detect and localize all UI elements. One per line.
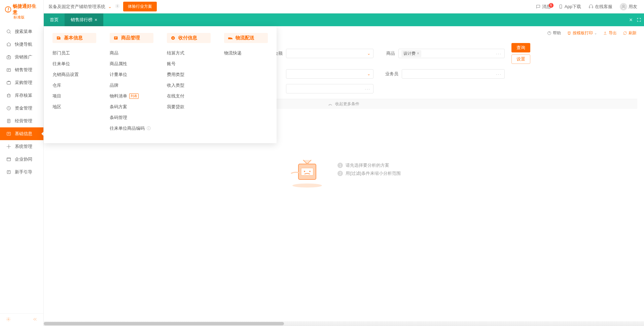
export-button[interactable]: 导出: [603, 30, 617, 36]
topbar-gear-icon[interactable]: [115, 4, 120, 9]
svg-point-14: [117, 5, 118, 7]
svg-rect-5: [7, 82, 11, 84]
sidebar-item-9[interactable]: 系统管理: [0, 140, 43, 153]
svg-point-26: [309, 171, 311, 172]
flyout-item-label: 计量单位: [110, 72, 127, 78]
flyout-item[interactable]: 往来单位商品编码ⓘ: [110, 123, 153, 134]
scrollbar-thumb[interactable]: [44, 322, 284, 325]
more-icon[interactable]: ···: [365, 86, 370, 91]
flyout-item[interactable]: 我要贷款: [167, 101, 211, 112]
help-hint-icon[interactable]: ⓘ: [147, 126, 151, 131]
svg-rect-27: [58, 37, 59, 38]
flyout-item[interactable]: 收入类型: [167, 80, 211, 91]
sidebar-item-0[interactable]: 搜索菜单: [0, 25, 43, 38]
flyout-item[interactable]: 物料清单列表: [110, 91, 153, 101]
svg-rect-17: [589, 7, 590, 8]
sidebar-settings-icon[interactable]: [6, 317, 11, 323]
sidebar-item-3[interactable]: 销售管理: [0, 64, 43, 76]
flyout-item[interactable]: 商品属性: [110, 58, 153, 69]
sidebar-item-icon: [6, 80, 11, 85]
flyout-column-header: 基本信息: [52, 33, 96, 43]
flyout-item[interactable]: 往来单位: [52, 58, 96, 69]
sidebar: 畅捷通好生意 标准版 搜索菜单快捷导航营销推广销售管理采购管理库存核算资金管理经…: [0, 0, 44, 326]
flyout-item[interactable]: 允销商品设置: [52, 69, 96, 80]
flyout-item-label: 物流快递: [224, 50, 242, 56]
svg-rect-9: [7, 132, 11, 135]
flyout-item[interactable]: 物流快递: [224, 48, 268, 58]
flyout-item[interactable]: 费用类型: [167, 69, 211, 80]
filter-salesperson-input[interactable]: ···: [402, 69, 505, 79]
sidebar-item-label: 系统管理: [15, 144, 32, 150]
filter-blank-select[interactable]: ⌄: [286, 69, 373, 79]
flyout-item[interactable]: 计量单位: [110, 69, 153, 80]
system-name: 装备及固定资产辅助管理系统: [48, 4, 105, 10]
flyout-item[interactable]: 仓库: [52, 80, 96, 91]
tabs-close-all-icon[interactable]: [629, 17, 633, 22]
flyout-column-header: ¥收付信息: [167, 33, 211, 43]
horizontal-scrollbar[interactable]: [44, 321, 644, 326]
basic-info-flyout: 基本信息部门员工往来单位允销商品设置仓库项目地区商品管理商品商品属性计量单位品牌…: [44, 26, 277, 143]
system-selector[interactable]: 装备及固定资产辅助管理系统 ⌄: [48, 4, 112, 10]
flyout-item-label: 项目: [52, 93, 61, 99]
print-button[interactable]: 按模板打印 ⌄: [567, 30, 597, 36]
sidebar-item-label: 库存核算: [15, 92, 32, 98]
topbar-user[interactable]: 用友: [618, 3, 639, 10]
topbar-service[interactable]: 在线客服: [586, 4, 614, 10]
filter-product-input[interactable]: 设计费 × ···: [398, 49, 505, 58]
filter-settings-button[interactable]: 设置: [511, 54, 530, 64]
sidebar-item-11[interactable]: 新手引导: [0, 166, 43, 178]
query-button[interactable]: 查询: [511, 43, 530, 52]
sidebar-item-1[interactable]: 快捷导航: [0, 38, 43, 51]
svg-point-1: [8, 11, 9, 12]
svg-point-25: [304, 171, 305, 172]
sidebar-collapse-icon[interactable]: [33, 317, 37, 323]
filter-blank-input[interactable]: ···: [286, 84, 373, 93]
svg-rect-12: [7, 170, 10, 173]
tabs-fullscreen-icon[interactable]: [637, 17, 641, 22]
sidebar-item-10[interactable]: 企业协同: [0, 153, 43, 166]
flyout-item[interactable]: 地区: [52, 101, 96, 112]
empty-illustration-icon: [287, 149, 327, 190]
flyout-item-label: 条码方案: [110, 104, 127, 110]
tab-home-label: 首页: [50, 17, 59, 23]
sidebar-item-5[interactable]: 库存核算: [0, 89, 43, 102]
flyout-item[interactable]: 账号: [167, 58, 211, 69]
sidebar-item-6[interactable]: 资金管理: [0, 102, 43, 115]
more-icon[interactable]: ···: [496, 72, 502, 77]
svg-rect-31: [115, 38, 116, 38]
message-icon: [536, 4, 541, 9]
flyout-item[interactable]: 商品: [110, 48, 153, 58]
flyout-badge: 列表: [129, 93, 139, 99]
tag-remove-icon[interactable]: ×: [417, 51, 419, 56]
sidebar-item-8[interactable]: 基础信息: [0, 127, 43, 140]
help-button[interactable]: 帮助: [547, 30, 561, 36]
flyout-item[interactable]: 部门员工: [52, 48, 96, 58]
flyout-item[interactable]: 条码方案: [110, 101, 153, 112]
flyout-item[interactable]: 条码管理: [110, 112, 153, 123]
avatar-icon: [620, 3, 627, 10]
sidebar-item-4[interactable]: 采购管理: [0, 76, 43, 89]
filter-amount-select[interactable]: ⌄: [286, 49, 373, 58]
print-icon: [567, 31, 571, 35]
topbar-service-label: 在线客服: [595, 4, 612, 10]
flyout-item[interactable]: 品牌: [110, 80, 153, 91]
svg-rect-21: [568, 33, 570, 34]
topbar-download[interactable]: App下载: [556, 4, 583, 10]
svg-point-22: [292, 184, 322, 188]
flyout-item-label: 物料清单: [110, 93, 127, 99]
more-icon[interactable]: ···: [496, 51, 502, 56]
sidebar-item-2[interactable]: 营销推广: [0, 51, 43, 64]
flyout-item[interactable]: 结算方式: [167, 48, 211, 58]
sidebar-item-icon: [6, 106, 11, 111]
flyout-item-label: 部门员工: [52, 50, 70, 56]
step-1-text: 请先选择要分析的方案: [346, 162, 389, 168]
tab-close-icon[interactable]: ×: [95, 17, 97, 23]
tab-sales-ranking[interactable]: 销售排行榜 ×: [65, 13, 103, 26]
sidebar-item-7[interactable]: 经营管理: [0, 115, 43, 127]
tab-home[interactable]: 首页: [44, 13, 65, 26]
flyout-item[interactable]: 在线支付: [167, 91, 211, 101]
refresh-button[interactable]: 刷新: [623, 30, 637, 36]
try-industry-button[interactable]: 体验行业方案: [123, 2, 157, 11]
topbar-message[interactable]: 消息 6: [534, 4, 553, 10]
flyout-item[interactable]: 项目: [52, 91, 96, 101]
